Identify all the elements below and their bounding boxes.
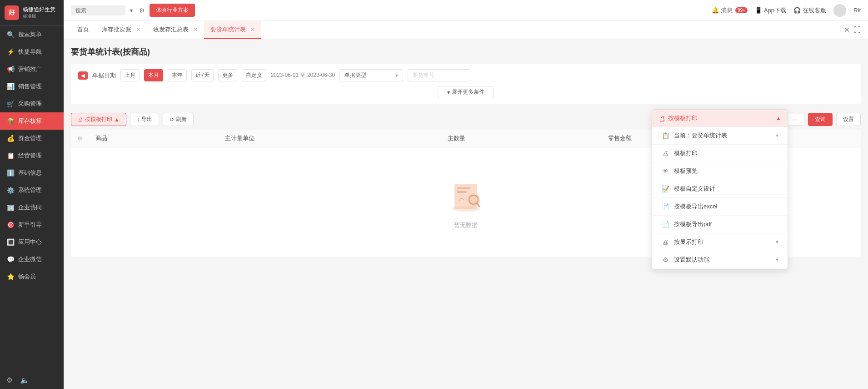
template-preview-label: 模板预览 <box>674 167 698 175</box>
sidebar-item-search[interactable]: 🔍 搜索菜单 <box>0 26 64 43</box>
dropdown-set-default[interactable]: ⚙ 设置默认功能 ▾ <box>652 251 788 269</box>
sidebar-item-sales[interactable]: 📊 销售管理 <box>0 78 64 95</box>
tab-order-stat[interactable]: 要货单统计表 ✕ <box>204 21 261 39</box>
template-preview-icon: 👁 <box>661 167 669 175</box>
template-print-dropdown: 🖨 按模板打印 ▲ 📋 当前：要货单统计表 ▾ 🖨 模板打印 👁 模板预览 <box>652 109 788 269</box>
tab-order-stat-close[interactable]: ✕ <box>250 26 255 33</box>
display-print-icon: 🖨 <box>661 238 669 246</box>
topbar-right: 🔔 消息 99+ 📱 App下载 🎧 在线客服 Rit <box>712 4 861 17</box>
online-service-btn[interactable]: 🎧 在线客服 <box>793 6 826 15</box>
tab-expand-icon[interactable]: ⛶ <box>853 26 861 34</box>
sidebar-item-member[interactable]: ⭐ 畅会员 <box>0 268 64 285</box>
sidebar-item-finance[interactable]: 💰 资金管理 <box>0 130 64 147</box>
sidebar-item-basic[interactable]: ℹ️ 基础信息 <box>0 164 64 182</box>
sidebar-item-operation[interactable]: 📋 经营管理 <box>0 147 64 164</box>
service-icon: 🎧 <box>793 7 801 14</box>
dropdown-export-excel[interactable]: 📄 按模板导出excel <box>652 198 788 216</box>
dropdown-header: 🖨 按模板打印 ▲ <box>652 110 788 127</box>
display-print-label: 按显示打印 <box>674 238 703 246</box>
dropdown-export-pdf[interactable]: 📄 按模板导出pdf <box>652 216 788 233</box>
sidebar-item-label: 新手引导 <box>18 221 42 229</box>
table-th-unit: 主计量单位 <box>219 130 441 147</box>
online-service-label: 在线客服 <box>803 6 826 15</box>
tab-summary[interactable]: 收发存汇总表 ✕ <box>147 21 204 39</box>
refresh-btn[interactable]: ↺ 刷新 <box>163 113 194 126</box>
type-select[interactable]: 单据类型 ▾ <box>339 69 403 81</box>
table-setting-icon[interactable]: ⚙ <box>77 135 83 142</box>
toolbar-right: ··· 查询 设置 <box>786 113 861 126</box>
notifications-label: 消息 <box>721 6 733 15</box>
date-filter-label: 单据日期 <box>92 71 116 80</box>
dropdown-print-icon: 🖨 <box>658 115 665 122</box>
dropdown-display-print[interactable]: 🖨 按显示打印 ▾ <box>652 233 788 251</box>
more-dots-icon: ··· <box>793 116 798 123</box>
order-code-input[interactable]: 要货单号 <box>408 69 471 81</box>
template-print-item-label: 模板打印 <box>674 149 698 157</box>
main-area: ▾ ⚙ 体验行业方案 🔔 消息 99+ 📱 App下载 🎧 在线客服 Rit 首… <box>64 0 868 389</box>
sidebar-item-label: 系统管理 <box>18 186 42 194</box>
date-btn-this-month[interactable]: 本月 <box>144 69 163 81</box>
print-icon: 🖨 <box>78 116 83 123</box>
tab-close-all-icon[interactable]: ✕ <box>844 25 850 34</box>
dropdown-template-design[interactable]: 📝 模板自定义设计 <box>652 180 788 198</box>
filter-collapse-btn[interactable]: ◀ <box>78 71 88 80</box>
order-code-placeholder: 要货单号 <box>413 71 434 79</box>
date-range-display: 2023-06-01 至 2023-06-30 <box>271 71 335 79</box>
sidebar-item-purchase[interactable]: 🛒 采购管理 <box>0 95 64 112</box>
expand-more-btn[interactable]: ▾ 展开更多条件 <box>438 86 494 98</box>
username: Rit <box>853 7 861 14</box>
search-input[interactable] <box>71 5 125 15</box>
tab-home[interactable]: 首页 <box>71 21 95 39</box>
svg-rect-3 <box>457 191 467 193</box>
sidebar-item-marketing[interactable]: 📢 营销推广 <box>0 61 64 78</box>
speaker-icon[interactable]: 🔈 <box>20 376 29 384</box>
sidebar-item-label: 营销推广 <box>18 65 42 73</box>
table-th-extra <box>793 130 861 147</box>
type-select-label: 单据类型 <box>344 71 366 79</box>
filter-card: ◀ 单据日期 上月 本月 本年 近7天 更多 自定义 2023-06-01 至 … <box>71 64 861 104</box>
print-chevron-up: ▲ <box>114 116 120 123</box>
app-download-btn[interactable]: 📱 App下载 <box>755 6 786 15</box>
dropdown-template-print[interactable]: 🖨 模板打印 <box>652 145 788 162</box>
dropdown-current-item[interactable]: 📋 当前：要货单统计表 ▾ <box>652 127 788 145</box>
template-design-label: 模板自定义设计 <box>674 185 715 193</box>
topbar-gear-icon[interactable]: ⚙ <box>139 7 145 14</box>
topbar-dropdown[interactable]: ▾ <box>130 7 133 14</box>
sidebar-item-system[interactable]: ⚙️ 系统管理 <box>0 182 64 199</box>
export-btn[interactable]: ↑ 导出 <box>130 113 159 126</box>
sidebar-item-label: 企业微信 <box>18 255 42 263</box>
notifications-badge: 99+ <box>735 7 748 13</box>
dropdown-close-chevron[interactable]: ▲ <box>776 115 781 121</box>
settings-bottom-icon[interactable]: ⚙ <box>6 376 13 384</box>
more-icon-btn[interactable]: ··· <box>786 114 804 126</box>
tab-summary-close[interactable]: ✕ <box>193 26 198 33</box>
search-nav-icon: 🔍 <box>6 31 15 38</box>
refresh-label: 刷新 <box>176 116 187 123</box>
sidebar-item-appstore[interactable]: 🔳 应用中心 <box>0 233 64 251</box>
sidebar-item-inventory[interactable]: 📦 库存核算 <box>0 112 64 130</box>
dropdown-template-preview[interactable]: 👁 模板预览 <box>652 162 788 180</box>
tab-batch[interactable]: 库存批次账 ✕ <box>95 21 147 39</box>
app-download-label: App下载 <box>764 6 786 15</box>
date-btn-prev-month[interactable]: 上月 <box>120 69 140 81</box>
sidebar-item-newbie[interactable]: 🎯 新手引导 <box>0 216 64 233</box>
tab-batch-close[interactable]: ✕ <box>136 26 140 33</box>
date-btn-7days[interactable]: 近7天 <box>191 69 214 81</box>
industry-btn[interactable]: 体验行业方案 <box>150 4 195 17</box>
content-area: 要货单统计表(按商品) ◀ 单据日期 上月 本月 本年 近7天 更多 自定义 2… <box>64 39 868 389</box>
bell-icon: 🔔 <box>712 7 719 14</box>
date-btn-this-year[interactable]: 本年 <box>168 69 187 81</box>
purchase-icon: 🛒 <box>6 100 15 107</box>
date-btn-custom[interactable]: 自定义 <box>242 69 266 81</box>
query-btn[interactable]: 查询 <box>808 113 833 126</box>
notifications-btn[interactable]: 🔔 消息 99+ <box>712 6 748 15</box>
sidebar-item-enterprise[interactable]: 🏢 企业协同 <box>0 199 64 216</box>
sidebar-item-wechat[interactable]: 💬 企业微信 <box>0 251 64 268</box>
sidebar-item-shortcut[interactable]: ⚡ 快捷导航 <box>0 43 64 61</box>
refresh-icon: ↺ <box>170 116 174 123</box>
date-btn-more[interactable]: 更多 <box>218 69 237 81</box>
template-print-btn[interactable]: 🖨 按模板打印 ▲ <box>71 113 126 126</box>
sidebar-bottom: ⚙ 🔈 <box>0 371 64 389</box>
avatar[interactable] <box>833 4 846 17</box>
settings-btn[interactable]: 设置 <box>836 113 861 126</box>
